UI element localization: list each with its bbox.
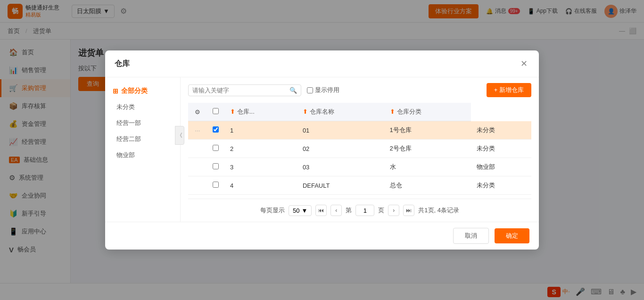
page-number-input[interactable] — [355, 205, 374, 216]
row-code: 03 — [297, 158, 384, 176]
add-warehouse-button[interactable]: + 新增仓库 — [487, 83, 531, 97]
row-checkbox-cell[interactable] — [207, 176, 224, 195]
modal-sidebar-all-label: 全部分类 — [121, 87, 148, 95]
warehouse-modal: 仓库 ✕ ⊞ 全部分类 未分类 经营一部 经营二部 物业部 《 — [105, 50, 539, 250]
table-row: 3 03 水 物业部 — [188, 158, 531, 176]
modal-sidebar-all[interactable]: ⊞ 全部分类 — [105, 83, 180, 99]
modal-footer: 取消 确定 — [105, 222, 539, 250]
next-page-button[interactable]: › — [388, 205, 399, 216]
row-checkbox[interactable] — [213, 163, 219, 169]
confirm-button[interactable]: 确定 — [495, 228, 529, 243]
page-suffix: 页 — [378, 206, 384, 215]
sort-icon-category: ⬆ — [390, 108, 395, 115]
table-row: 4 DEFAULT 总仓 未分类 — [188, 176, 531, 195]
th-category: ⬆仓库分类 — [384, 103, 471, 121]
modal-body: ⊞ 全部分类 未分类 经营一部 经营二部 物业部 《 🔍 — [105, 77, 539, 222]
row-name: 1号仓库 — [384, 121, 471, 140]
row-name: 总仓 — [384, 176, 471, 195]
collapse-icon: 《 — [177, 132, 182, 140]
row-code: 01 — [297, 121, 384, 140]
row-category: 物业部 — [471, 158, 531, 176]
show-disabled-checkbox[interactable] — [307, 87, 313, 93]
modal-sidebar: ⊞ 全部分类 未分类 经营一部 经营二部 物业部 《 — [105, 77, 181, 222]
row-name: 水 — [384, 158, 471, 176]
table-row: ··· 1 01 1号仓库 未分类 — [188, 121, 531, 140]
row-actions[interactable] — [188, 176, 207, 195]
table-row: 2 02 2号仓库 未分类 — [188, 140, 531, 158]
modal-sidebar-dept2[interactable]: 经营二部 — [105, 131, 180, 147]
pagination: 每页显示 50 ▼ ⏮ ‹ 第 页 › ⏭ 共1页, 4条记录 — [188, 199, 531, 216]
warehouse-table: ⚙ ⬆仓库... ⬆仓库名称 — [188, 103, 531, 195]
search-input[interactable] — [192, 87, 289, 94]
modal-content-area: 🔍 显示停用 + 新增仓库 ⚙ — [181, 77, 539, 222]
modal-overlay: 仓库 ✕ ⊞ 全部分类 未分类 经营一部 经营二部 物业部 《 — [0, 0, 644, 300]
row-checkbox[interactable] — [213, 182, 219, 188]
modal-sidebar-property[interactable]: 物业部 — [105, 147, 180, 163]
row-category: 未分类 — [471, 140, 531, 158]
sort-icon-code: ⬆ — [230, 108, 235, 115]
modal-sidebar-dept1[interactable]: 经营一部 — [105, 115, 180, 131]
row-category: 未分类 — [471, 121, 531, 140]
th-check — [207, 103, 224, 121]
row-checkbox[interactable] — [213, 145, 219, 151]
show-disabled-text: 显示停用 — [315, 86, 339, 94]
per-page-label: 每页显示 — [260, 206, 285, 215]
row-category: 未分类 — [471, 176, 531, 195]
row-num: 2 — [224, 140, 297, 158]
th-code: ⬆仓库... — [224, 103, 297, 121]
show-disabled-label[interactable]: 显示停用 — [307, 86, 339, 94]
row-checkbox-cell[interactable] — [207, 158, 224, 176]
modal-header: 仓库 ✕ — [105, 50, 539, 77]
row-num: 3 — [224, 158, 297, 176]
modal-toolbar: 🔍 显示停用 + 新增仓库 — [188, 83, 531, 97]
first-page-button[interactable]: ⏮ — [315, 205, 327, 216]
modal-title: 仓库 — [115, 59, 130, 69]
row-num: 1 — [224, 121, 297, 140]
modal-sidebar-uncategorized[interactable]: 未分类 — [105, 99, 180, 115]
prev-page-button[interactable]: ‹ — [330, 205, 342, 216]
row-checkbox[interactable] — [213, 126, 219, 133]
row-actions[interactable] — [188, 158, 207, 176]
row-actions[interactable]: ··· — [188, 121, 207, 140]
sort-icon-name: ⬆ — [303, 108, 308, 115]
per-page-select[interactable]: 50 ▼ — [289, 205, 312, 216]
row-num: 4 — [224, 176, 297, 195]
row-code: 02 — [297, 140, 384, 158]
last-page-button[interactable]: ⏭ — [403, 205, 414, 216]
search-icon[interactable]: 🔍 — [289, 87, 297, 94]
row-code: DEFAULT — [297, 176, 384, 195]
table-header-row: ⚙ ⬆仓库... ⬆仓库名称 — [188, 103, 531, 121]
total-info: 共1页, 4条记录 — [418, 206, 459, 215]
th-gear: ⚙ — [188, 103, 207, 121]
modal-close-button[interactable]: ✕ — [518, 58, 529, 69]
cancel-button[interactable]: 取消 — [453, 228, 489, 244]
row-actions[interactable] — [188, 140, 207, 158]
row-name: 2号仓库 — [384, 140, 471, 158]
row-checkbox-cell[interactable] — [207, 121, 224, 140]
search-input-wrap[interactable]: 🔍 — [188, 84, 301, 96]
grid-icon: ⊞ — [113, 87, 118, 95]
page-prefix: 第 — [346, 206, 352, 215]
select-all-checkbox[interactable] — [213, 108, 219, 114]
row-checkbox-cell[interactable] — [207, 140, 224, 158]
per-page-dropdown-icon: ▼ — [301, 207, 307, 214]
th-name: ⬆仓库名称 — [297, 103, 384, 121]
collapse-sidebar-button[interactable]: 《 — [175, 126, 184, 145]
